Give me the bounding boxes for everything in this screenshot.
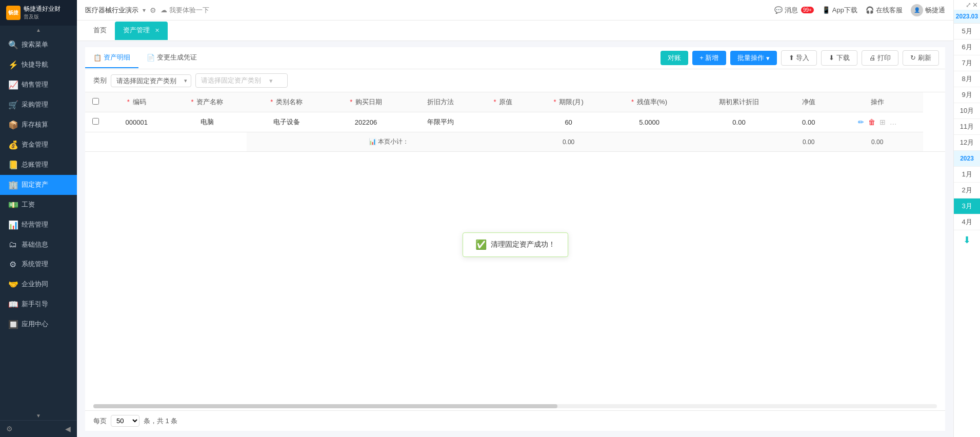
batch-label: 批量操作 [737, 53, 764, 63]
right-panel-year-header[interactable]: 2023.03 [954, 10, 980, 24]
sidebar-item-label: 搜索菜单 [22, 40, 48, 49]
sidebar-item-quicknav[interactable]: ⚡ 快捷导航 [0, 55, 77, 75]
sub-tab-asset-detail[interactable]: 📋 资产明细 [85, 48, 138, 68]
month-item-5[interactable]: 5月 [954, 24, 980, 39]
collapse-icon[interactable]: ◀ [65, 425, 71, 433]
th-name: * 资产名称 [167, 92, 247, 112]
select-all-checkbox[interactable] [92, 98, 99, 105]
month-item-6[interactable]: 6月 [954, 39, 980, 55]
sidebar-item-label: 固定资产 [22, 180, 48, 189]
company-name: 医疗器械行业演示 [85, 6, 138, 15]
import-button[interactable]: ⬆ 导入 [781, 50, 817, 66]
toast-message: 清理固定资产成功！ [491, 240, 555, 249]
sidebar-item-system[interactable]: ⚙ 系统管理 [0, 254, 77, 274]
print-button[interactable]: 🖨 打印 [862, 50, 899, 66]
month-item-11[interactable]: 11月 [954, 119, 980, 135]
sidebar-item-label: 新手引导 [22, 300, 48, 309]
sidebar-scroll-up[interactable]: ▲ [0, 26, 77, 35]
sub-tab-asset-detail-label: 资产明细 [104, 53, 130, 62]
settings-icon[interactable]: ⚙ [6, 425, 13, 433]
settings-gear-icon[interactable]: ⚙ [150, 6, 156, 14]
per-page-select[interactable]: 10 20 50 100 [111, 415, 139, 427]
edit-icon[interactable]: ✏ [858, 118, 864, 126]
year-label-2023[interactable]: 2023 [954, 151, 980, 167]
experience-button[interactable]: ☁ 我要体验一下 [161, 6, 209, 15]
th-purchase-date: * 购买日期 [326, 92, 406, 112]
td-checkbox [85, 112, 106, 132]
reconcile-button[interactable]: 对账 [661, 51, 688, 65]
sidebar-item-label: 采购管理 [22, 100, 48, 109]
total-label: 条，共 1 条 [144, 416, 177, 426]
success-toast: ✅ 清理固定资产成功！ [463, 232, 568, 257]
sidebar-item-label: 总账管理 [22, 160, 48, 169]
more-icon[interactable]: … [890, 118, 897, 126]
right-panel-close-icon[interactable]: ✕ [972, 1, 978, 9]
sidebar-item-apps[interactable]: 🔲 应用中心 [0, 314, 77, 334]
batch-operations-button[interactable]: 批量操作 ▾ [730, 51, 777, 65]
app-download-label: App下载 [832, 6, 857, 15]
pagination: 每页 10 20 50 100 条，共 1 条 [85, 410, 945, 431]
sidebar-logo: 畅捷 畅捷通好业财 普及版 [0, 0, 77, 26]
td-subtotal-empty1 [85, 132, 106, 152]
table-header-row: * 编码 * 资产名称 * 类别名称 [85, 92, 945, 112]
row-checkbox[interactable] [92, 118, 99, 125]
down-indicator[interactable]: ⬇ [963, 230, 971, 250]
import-icon: ⬆ [789, 54, 794, 62]
th-checkbox [85, 92, 106, 112]
month-item-7[interactable]: 7月 [954, 55, 980, 71]
topbar-left: 医疗器械行业演示 ▾ ⚙ ☁ 我要体验一下 [85, 6, 209, 15]
sidebar-item-label: 工资 [22, 200, 35, 209]
month-item-1[interactable]: 1月 [954, 167, 980, 183]
sidebar-item-operations[interactable]: 📊 经营管理 [0, 215, 77, 235]
sidebar-item-search[interactable]: 🔍 搜索菜单 [0, 35, 77, 55]
system-icon: ⚙ [8, 260, 17, 269]
scrollbar-thumb[interactable] [93, 404, 557, 408]
user-label: 畅捷通 [925, 6, 945, 15]
app-download-button[interactable]: 📱 App下载 [822, 6, 857, 15]
month-item-10[interactable]: 10月 [954, 103, 980, 119]
month-item-8[interactable]: 8月 [954, 71, 980, 87]
delete-icon[interactable]: 🗑 [868, 118, 875, 126]
user-menu[interactable]: 👤 畅捷通 [911, 4, 945, 16]
month-item-3-active[interactable]: 3月 [954, 198, 980, 214]
sidebar-item-purchase[interactable]: 🛒 采购管理 [0, 95, 77, 115]
down-arrow-icon: ⬇ [963, 234, 971, 246]
sidebar-item-capital[interactable]: 💰 资金管理 [0, 135, 77, 155]
sidebar-item-guide[interactable]: 📖 新手引导 [0, 294, 77, 314]
sidebar-item-inventory[interactable]: 📦 库存核算 [0, 115, 77, 135]
sidebar-item-sales[interactable]: 📈 销售管理 [0, 75, 77, 95]
category-filter-select[interactable]: 请选择固定资产类别 [111, 74, 191, 87]
sub-tab-change-voucher[interactable]: 📄 变更生成凭证 [138, 48, 205, 68]
td-subtotal-empty2 [106, 132, 167, 152]
notifications-button[interactable]: 💬 消息 99+ [774, 6, 814, 15]
fixed-assets-icon: 🏢 [8, 180, 17, 190]
sidebar-item-ledger[interactable]: 📒 总账管理 [0, 155, 77, 175]
sidebar-item-label: 基础信息 [22, 240, 48, 249]
tab-asset-mgmt[interactable]: 资产管理 ✕ [115, 22, 168, 40]
month-item-4[interactable]: 4月 [954, 214, 980, 230]
horizontal-scrollbar[interactable] [93, 404, 937, 408]
month-item-9[interactable]: 9月 [954, 87, 980, 103]
tab-close-icon[interactable]: ✕ [155, 27, 159, 33]
copy-icon[interactable]: ⊞ [879, 118, 886, 126]
month-item-2[interactable]: 2月 [954, 183, 980, 198]
th-original-value: * 原值 [475, 92, 531, 112]
right-panel-expand-icon[interactable]: ⤢ [966, 1, 971, 9]
company-dropdown-icon[interactable]: ▾ [143, 7, 146, 14]
sidebar-item-enterprise[interactable]: 🤝 企业协同 [0, 274, 77, 294]
tab-home[interactable]: 首页 [85, 22, 115, 40]
td-subtotal-initial: 0.00 [786, 132, 831, 152]
customer-service-button[interactable]: 🎧 在线客服 [866, 6, 903, 15]
category-placeholder[interactable]: 请选择固定资产类别 ▾ [195, 73, 288, 88]
download-button[interactable]: ⬇ 下载 [821, 50, 857, 66]
new-button[interactable]: + 新增 [692, 51, 726, 65]
refresh-button[interactable]: ↻ 刷新 [903, 50, 939, 66]
user-avatar: 👤 [911, 4, 923, 16]
customer-service-icon: 🎧 [866, 6, 874, 14]
sidebar-item-payroll[interactable]: 💵 工资 [0, 195, 77, 215]
logo-text: 畅捷通好业财 普及版 [24, 5, 61, 21]
sidebar-item-basic-info[interactable]: 🗂 基础信息 [0, 235, 77, 254]
month-item-12[interactable]: 12月 [954, 135, 980, 151]
sidebar-scroll-down[interactable]: ▼ [0, 411, 77, 420]
sidebar-item-fixed-assets[interactable]: 🏢 固定资产 [0, 175, 77, 195]
